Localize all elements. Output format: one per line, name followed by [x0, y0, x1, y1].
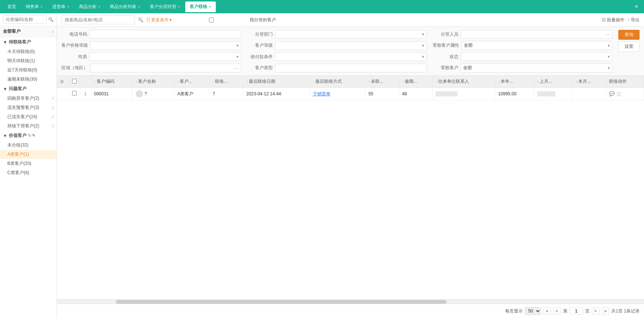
filter-select-payment[interactable]: ▾ — [275, 52, 427, 61]
nav-product-analysis[interactable]: 商品分析 × — [75, 1, 105, 12]
cell-lastmonth — [534, 88, 573, 100]
col-lastdate-header[interactable]: ↕最后联络日期 — [243, 76, 310, 88]
col-lastmonth-header[interactable]: ↕上月... — [534, 76, 573, 88]
col-code-header[interactable]: ↕客户编码 — [91, 76, 132, 88]
group-pending-contact[interactable]: ▼ 待联络客户 — [0, 37, 57, 47]
close-customer-contact-tab[interactable]: × — [209, 4, 211, 9]
filter-label-dept: 分管部门 — [247, 31, 273, 38]
filter-cell-manager: 分管人员 ··· — [433, 30, 612, 39]
nav-purchase[interactable]: 进货单 × — [48, 1, 74, 12]
sidebar-item-today[interactable]: 今天待联络(0) — [0, 47, 57, 56]
last-method-link[interactable]: 下销货单 — [313, 91, 330, 96]
edit-icon[interactable]: ✎ — [32, 133, 35, 138]
query-button[interactable]: 查询 — [618, 30, 640, 40]
sidebar-item-a-class[interactable]: A类客户(1) — [0, 150, 57, 159]
filter-select-status[interactable]: ▾ — [461, 52, 612, 61]
filter-label-nature: 性质 — [61, 54, 87, 60]
batch-operation-button[interactable]: ☑ 批量操作 — [602, 17, 625, 23]
nav-sales[interactable]: 销售单 × — [21, 1, 47, 12]
search-button[interactable]: 🔍 — [138, 17, 143, 22]
sidebar-item-tomorrow[interactable]: 明天待联络(1) — [0, 56, 57, 66]
col-contact2-header[interactable]: ↕往来单位联系人 — [432, 76, 495, 88]
col-thismonth-header[interactable]: ↕本月... — [573, 76, 606, 88]
nav-customer-contact[interactable]: 客户联络 × — [185, 1, 215, 12]
filter-input-customer-type[interactable] — [275, 64, 427, 73]
close-customer-tier-tab[interactable]: × — [178, 4, 180, 9]
sidebar-item-churned[interactable]: 已流失客户(24) ℹ — [0, 112, 57, 121]
horizontal-scrollbar[interactable] — [57, 299, 644, 304]
col-type-header[interactable]: ↕客户... — [174, 76, 210, 88]
close-purchase-tab[interactable]: × — [67, 4, 69, 9]
col-contact-header[interactable]: ↕联络... — [210, 76, 243, 88]
filter-select-retail[interactable]: 全部 ▾ — [461, 63, 612, 73]
filter-select-customer-grade[interactable]: ▾ — [275, 41, 427, 50]
col-settings-header[interactable]: ⚙ — [57, 76, 69, 88]
select-all-checkbox[interactable] — [72, 79, 77, 84]
page-size-select[interactable]: 50 — [525, 307, 541, 315]
sidebar-item-declining[interactable]: 持续下滑客户(2) ℹ — [0, 121, 57, 131]
my-customers-check[interactable] — [175, 18, 248, 22]
row-checkbox[interactable] — [72, 91, 77, 96]
col-overdue-header[interactable]: ↕逾期... — [399, 76, 432, 88]
sidebar-item-churn-warning[interactable]: 流失预警客户(3) ℹ — [0, 103, 57, 112]
search-input[interactable] — [61, 15, 135, 24]
my-customers-checkbox[interactable]: 我分管的客户 — [175, 17, 276, 23]
page-number-input[interactable] — [570, 307, 583, 315]
group-value-customers[interactable]: ▼ 价值客户 ↻ ✎ — [0, 131, 57, 141]
filter-icon: ☷ — [146, 17, 150, 22]
prev-page-button[interactable]: < — [553, 307, 561, 315]
first-page-button[interactable]: « — [543, 307, 551, 315]
nav-home[interactable]: 首页 — [3, 1, 21, 12]
set-button[interactable]: 设置 — [618, 41, 640, 52]
group-problem-customers[interactable]: ▼ 问题客户 — [0, 84, 57, 94]
filter-label-retail: 零散客户 — [433, 65, 458, 71]
sort-lastdate-icon: ↕ — [246, 80, 248, 84]
refresh-icon[interactable]: ↻ — [28, 133, 31, 138]
all-customers-header[interactable]: 全部客户 ‹ — [0, 26, 57, 37]
sidebar-item-7days[interactable]: 近7天待联络(0) — [0, 66, 57, 75]
sidebar-item-ungrouped[interactable]: 未分组(32) — [0, 141, 57, 150]
settings-icon[interactable]: ⚙ — [60, 79, 64, 84]
col-checkbox-header[interactable] — [69, 76, 80, 88]
dots-manager-icon: ··· — [605, 31, 610, 37]
sidebar-item-b-class[interactable]: B类客户(33) — [0, 159, 57, 168]
qr-icon[interactable]: ◫ — [617, 91, 621, 96]
sidebar-item-overdue[interactable]: 逾期未联络(30) — [0, 75, 57, 84]
info-icon: ℹ — [52, 96, 54, 101]
sort-lastmethod-icon: ↕ — [313, 80, 315, 84]
last-page-button[interactable]: » — [602, 307, 609, 315]
close-product-analysis-list-tab[interactable]: × — [138, 4, 140, 9]
filter-select-region[interactable]: ··· — [90, 64, 241, 73]
filter-select-dept[interactable]: ▾ — [275, 30, 427, 39]
nav-customer-tier[interactable]: 客户分层经营 × — [146, 1, 185, 12]
filter-select-retail-attr[interactable]: 全部 ▾ — [461, 41, 612, 50]
filter-row-2: 客户价格等级 ▾ 客户等级 ▾ — [61, 41, 612, 50]
col-name-header[interactable]: ↕客户名称 — [132, 76, 174, 88]
nav-product-analysis-list[interactable]: 商品分析列表 × — [105, 1, 144, 12]
more-conditions-button[interactable]: ☷ 更多条件 ▾ — [146, 17, 172, 23]
filter-select-manager[interactable]: ··· — [461, 30, 612, 39]
close-product-analysis-tab[interactable]: × — [98, 4, 100, 9]
cell-lastmethod[interactable]: 下销货单 — [310, 88, 365, 100]
sidebar-item-c-class[interactable]: C类客户(6) — [0, 168, 57, 177]
chat-icon[interactable]: 💬 — [609, 91, 615, 96]
col-lastmethod-header[interactable]: ↕最后联络方式 — [310, 76, 365, 88]
close-all-tabs[interactable]: × — [632, 2, 641, 11]
col-thisyear-header[interactable]: ↕本年... — [495, 76, 534, 88]
filter-input-phone[interactable] — [89, 30, 241, 39]
col-uncontacted-header[interactable]: ↕未联... — [365, 76, 399, 88]
collapse-sidebar-icon[interactable]: ‹ — [52, 29, 54, 34]
sidebar-search-icon[interactable]: 🔍 — [48, 17, 54, 22]
scrollbar-thumb[interactable] — [116, 300, 447, 304]
filter-cell-nature: 性质 ▾ — [61, 52, 241, 61]
filter-select-price-grade[interactable]: ▾ — [90, 41, 241, 50]
export-button[interactable]: ↑ 导出 — [627, 17, 640, 23]
sidebar-item-repurchase-anomaly[interactable]: 回购异常客户(2) ℹ — [0, 94, 57, 103]
cell-checkbox[interactable] — [69, 88, 80, 100]
filter-cell-price-grade: 客户价格等级 ▾ — [61, 41, 241, 50]
sidebar-search-input[interactable] — [3, 15, 47, 24]
filter-select-nature[interactable]: ▾ — [89, 52, 241, 61]
chevron-retail2-icon: ▾ — [608, 66, 610, 71]
next-page-button[interactable]: > — [592, 307, 600, 315]
close-sales-tab[interactable]: × — [40, 4, 43, 9]
